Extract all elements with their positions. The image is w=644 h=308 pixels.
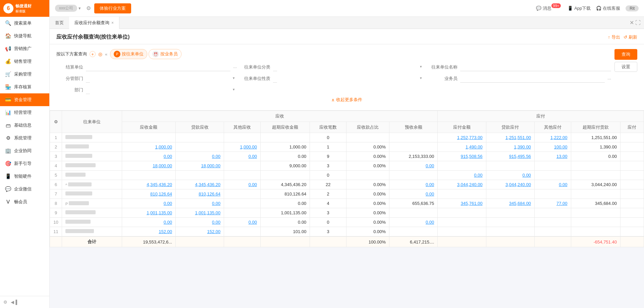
link[interactable]: 0.00 [523, 173, 531, 178]
sidebar-item-marketing[interactable]: 📢 营销推广 [0, 42, 49, 55]
link[interactable]: 0.00 [164, 154, 172, 159]
sidebar-item-quick-nav[interactable]: 🏠 快捷导航 [0, 30, 49, 42]
link[interactable]: 0.00 [249, 220, 257, 225]
partner-category-select[interactable] [273, 63, 277, 71]
salesperson-dots[interactable]: ··· [607, 76, 611, 81]
settlement-unit-dots[interactable]: ··· [233, 65, 237, 70]
query-button[interactable]: 查询 [614, 49, 637, 60]
link[interactable]: 0.00 [249, 182, 257, 187]
tab-close-icon[interactable]: × [111, 20, 114, 25]
link[interactable]: 0.00 [559, 182, 567, 187]
chevron-down-icon[interactable]: ▾ [78, 6, 81, 11]
link[interactable]: 1,001,135.00 [195, 210, 220, 215]
sidebar-item-basic[interactable]: 🗃 基础信息 [0, 119, 49, 132]
link[interactable]: 1,000.00 [240, 144, 257, 149]
link[interactable]: 4,345,436.20 [147, 182, 172, 187]
sidebar-collapse-icon[interactable]: ◀▐ [11, 300, 17, 305]
link[interactable]: 810,126.64 [150, 191, 172, 196]
link[interactable]: 13.00 [556, 154, 568, 159]
link[interactable]: 3,044,240.00 [505, 182, 531, 187]
sidebar-item-wechat[interactable]: 💬 企业微信 [0, 183, 49, 195]
add-condition-icon[interactable]: + [90, 51, 96, 57]
member-icon: Ⅴ [5, 199, 11, 205]
link[interactable]: 810,126.64 [199, 191, 220, 196]
link[interactable]: 1,252,773.00 [457, 135, 483, 140]
online-service-item[interactable]: 🎧 在线客服 [596, 5, 620, 11]
link[interactable]: 1,390.00 [514, 144, 531, 149]
link[interactable]: 345,761.00 [461, 201, 483, 206]
link[interactable]: 1,001,135.00 [147, 210, 172, 215]
trial-btn[interactable]: 体验行业方案 [94, 3, 131, 13]
gear-settings-icon[interactable]: ⚙ [86, 5, 91, 11]
link[interactable]: 0.00 [426, 182, 434, 187]
message-item[interactable]: 💬 消息 99+ [536, 5, 562, 11]
user-item[interactable]: Rit [626, 5, 639, 11]
link[interactable]: 18,000.00 [153, 163, 172, 168]
partner-nature-select[interactable] [273, 75, 277, 83]
partner-name-input[interactable] [460, 63, 611, 71]
sidebar-item-hardware[interactable]: 📱 智能硬件 [0, 170, 49, 183]
marketing-icon: 📢 [5, 46, 11, 52]
app-download-item[interactable]: 📱 App下载 [568, 5, 591, 11]
sidebar-settings-icon[interactable]: ⚙ [3, 300, 7, 305]
link[interactable]: 100.00 [554, 144, 568, 149]
link[interactable]: 0.00 [212, 220, 220, 225]
tab-home[interactable]: 首页 [50, 17, 69, 29]
target-icon[interactable]: ◎ [98, 51, 102, 57]
arrow-left-icon[interactable]: « [105, 52, 107, 57]
mode-by-staff[interactable]: ⏰ 按业务员 [149, 49, 181, 59]
sidebar-item-member[interactable]: Ⅴ 畅会员 [0, 195, 49, 208]
sidebar-label-wechat: 企业微信 [14, 186, 32, 192]
tab-ar-query[interactable]: 应收应付余额查询 × [69, 17, 119, 29]
sidebar-item-enterprise[interactable]: 🏢 企业协同 [0, 144, 49, 157]
link[interactable]: 0.00 [212, 154, 220, 159]
link[interactable]: 152.00 [207, 229, 221, 234]
sidebar-item-guide[interactable]: 🎯 新手引导 [0, 157, 49, 170]
department-select[interactable] [86, 86, 90, 94]
sidebar-item-system[interactable]: ⚙ 系统管理 [0, 132, 49, 144]
sidebar-item-finance[interactable]: 💳 资金管理 [0, 93, 49, 106]
window-close-icon[interactable]: ✕ [630, 19, 634, 26]
link[interactable]: 345,684.00 [509, 201, 531, 206]
page-actions: ↑ 导出 ↺ 刷新 [608, 34, 638, 40]
export-button[interactable]: ↑ 导出 [608, 34, 621, 40]
dept-manager-select[interactable] [86, 75, 90, 83]
window-expand-icon[interactable]: ⛶ [635, 20, 641, 26]
sidebar-label-inventory: 库存核算 [14, 84, 32, 90]
sidebar-item-search-menu[interactable]: 🔍 搜索菜单 [0, 17, 49, 30]
collapse-conditions[interactable]: ∧ 收起更多条件 [56, 94, 637, 105]
link[interactable]: 0.00 [426, 163, 434, 168]
dept-manager-label: 分管部门 [56, 76, 83, 82]
salesperson-input[interactable] [460, 75, 605, 83]
link[interactable]: 0.00 [164, 220, 172, 225]
link[interactable]: 0.00 [212, 201, 220, 206]
settings-button[interactable]: 设置 [614, 62, 637, 72]
sidebar-item-operation[interactable]: 📊 经营管理 [0, 106, 49, 119]
link[interactable]: 0.00 [426, 220, 434, 225]
link[interactable]: 915,508.56 [461, 154, 483, 159]
link[interactable]: 0.00 [164, 201, 172, 206]
link[interactable]: 152.00 [159, 229, 172, 234]
mode-by-partner[interactable]: P 按往来单位 [110, 49, 147, 59]
hardware-icon: 📱 [5, 173, 11, 179]
link[interactable]: 0.00 [426, 191, 434, 196]
service-icon: 🎧 [596, 6, 601, 11]
sidebar-item-sales[interactable]: 💰 销售管理 [0, 55, 49, 68]
link[interactable]: 77.00 [556, 201, 568, 206]
link[interactable]: 1,490.00 [466, 144, 483, 149]
settlement-unit-input[interactable] [86, 63, 230, 71]
link[interactable]: 0.00 [249, 154, 257, 159]
sidebar-item-inventory[interactable]: 🏪 库存核算 [0, 81, 49, 93]
table-settings-icon[interactable]: ⚙ [54, 119, 58, 124]
link[interactable]: 915,495.56 [509, 154, 531, 159]
link[interactable]: 1,000.00 [155, 144, 172, 149]
link[interactable]: 18,000.00 [201, 163, 220, 168]
link[interactable]: 0.00 [474, 173, 482, 178]
sidebar-item-purchase[interactable]: 🛒 采购管理 [0, 68, 49, 81]
link[interactable]: 1,251,551.00 [505, 135, 531, 140]
refresh-button[interactable]: ↺ 刷新 [624, 34, 637, 40]
link[interactable]: 3,044,240.00 [457, 182, 483, 187]
col-settings-header[interactable]: ⚙ [50, 111, 62, 133]
link[interactable]: 1,222.00 [550, 135, 568, 140]
link[interactable]: 4,345,436.20 [195, 182, 220, 187]
